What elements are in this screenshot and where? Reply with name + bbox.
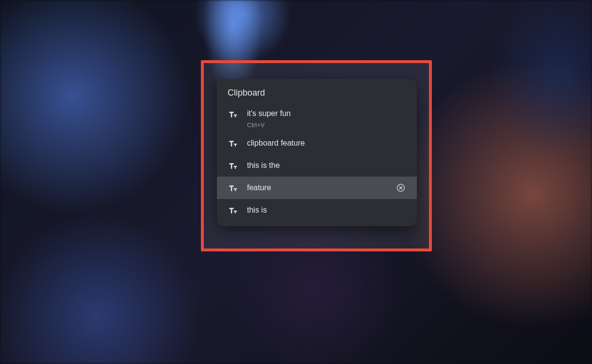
clipboard-item[interactable]: this is the bbox=[217, 154, 417, 177]
clipboard-item-text: it's super fun bbox=[247, 109, 406, 119]
text-type-icon bbox=[228, 183, 238, 194]
clipboard-item-content: feature bbox=[247, 183, 395, 193]
text-type-icon bbox=[228, 138, 238, 149]
clipboard-item[interactable]: clipboard feature bbox=[217, 132, 417, 154]
clipboard-item-text: feature bbox=[247, 183, 395, 193]
text-type-icon bbox=[228, 205, 238, 216]
clipboard-item[interactable]: it's super fun Ctrl+V bbox=[217, 105, 417, 132]
clipboard-item[interactable]: this is bbox=[217, 199, 417, 221]
clipboard-item-text: this is bbox=[247, 205, 406, 215]
clipboard-item-content: this is the bbox=[247, 161, 406, 171]
clipboard-item[interactable]: feature bbox=[217, 177, 417, 199]
delete-item-button[interactable] bbox=[395, 182, 406, 193]
clipboard-item-shortcut: Ctrl+V bbox=[247, 121, 406, 129]
text-type-icon bbox=[228, 109, 238, 120]
clipboard-item-content: clipboard feature bbox=[247, 138, 406, 149]
clipboard-item-text: clipboard feature bbox=[247, 138, 406, 149]
text-type-icon bbox=[228, 161, 238, 171]
clipboard-item-content: this is bbox=[247, 205, 406, 215]
clipboard-panel: Clipboard it's super fun Ctrl+V clipboar… bbox=[217, 79, 417, 226]
clipboard-item-content: it's super fun Ctrl+V bbox=[247, 109, 406, 129]
panel-title: Clipboard bbox=[217, 79, 417, 105]
clipboard-item-text: this is the bbox=[247, 161, 406, 171]
